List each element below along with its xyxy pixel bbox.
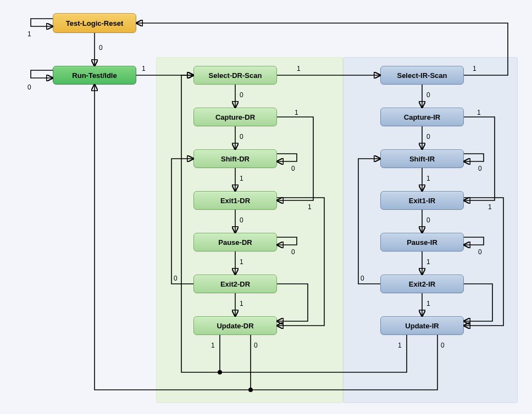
lbl-shir-e1ir: 1 xyxy=(426,175,430,182)
lbl-rti-sds: 1 xyxy=(142,65,146,72)
state-pause-dr: Pause-DR xyxy=(193,233,277,251)
lbl-shir-self: 0 xyxy=(478,165,482,172)
state-select-ir-scan: Select-IR-Scan xyxy=(380,66,464,85)
lbl-e1dr-udr: 1 xyxy=(308,203,312,211)
state-update-dr: Update-DR xyxy=(193,316,277,335)
state-test-logic-reset: Test-Logic-Reset xyxy=(53,13,136,33)
lbl-pdr-self: 0 xyxy=(291,248,295,256)
lbl-sds-sis: 1 xyxy=(297,65,301,72)
jtag-tap-state-diagram: Test-Logic-Reset Run-Test/Idle Select-DR… xyxy=(0,0,532,414)
lbl-tlr-self: 1 xyxy=(27,30,31,38)
state-exit1-dr: Exit1-DR xyxy=(193,191,277,210)
lbl-tlr-rti: 0 xyxy=(99,44,103,52)
state-pause-ir: Pause-IR xyxy=(380,233,464,251)
lbl-e2ir-shir: 0 xyxy=(361,275,364,282)
state-shift-dr: Shift-DR xyxy=(193,149,277,168)
lbl-pdr-e2dr: 1 xyxy=(240,258,243,266)
state-exit1-ir: Exit1-IR xyxy=(380,191,464,210)
lbl-e2dr-udr: 1 xyxy=(240,300,243,307)
lbl-sds-cdr: 0 xyxy=(240,91,243,99)
lbl-cdr-e1dr: 1 xyxy=(295,109,298,116)
state-update-ir: Update-IR xyxy=(380,316,464,335)
state-exit2-ir: Exit2-IR xyxy=(380,275,464,293)
lbl-e1ir-pir: 0 xyxy=(426,216,430,224)
lbl-cir-e1ir: 1 xyxy=(477,109,481,116)
state-exit2-dr: Exit2-DR xyxy=(193,275,277,293)
lbl-e1ir-uir: 1 xyxy=(488,203,492,211)
lbl-sis-tlr: 1 xyxy=(473,65,476,72)
lbl-udr-sds: 1 xyxy=(211,342,215,349)
lbl-uir-sds: 1 xyxy=(398,342,402,349)
state-capture-dr: Capture-DR xyxy=(193,108,277,126)
state-shift-ir: Shift-IR xyxy=(380,149,464,168)
state-run-test-idle: Run-Test/Idle xyxy=(53,66,136,85)
lbl-pir-self: 0 xyxy=(478,248,482,256)
lbl-pir-e2ir: 1 xyxy=(426,258,430,266)
lbl-cir-shir: 0 xyxy=(426,133,430,141)
lbl-cdr-shdr: 0 xyxy=(240,133,243,141)
lbl-shdr-e1dr: 1 xyxy=(240,175,243,182)
lbl-e2dr-shdr: 0 xyxy=(174,275,178,282)
state-capture-ir: Capture-IR xyxy=(380,108,464,126)
lbl-e1dr-pdr: 0 xyxy=(240,216,243,224)
lbl-rti-self: 0 xyxy=(27,83,31,91)
lbl-uir-rti: 0 xyxy=(441,342,445,349)
lbl-sis-cir: 0 xyxy=(426,91,430,99)
lbl-e2ir-uir: 1 xyxy=(426,300,430,307)
lbl-udr-rti: 0 xyxy=(254,342,258,349)
lbl-shdr-self: 0 xyxy=(291,165,295,172)
state-select-dr-scan: Select-DR-Scan xyxy=(193,66,277,85)
